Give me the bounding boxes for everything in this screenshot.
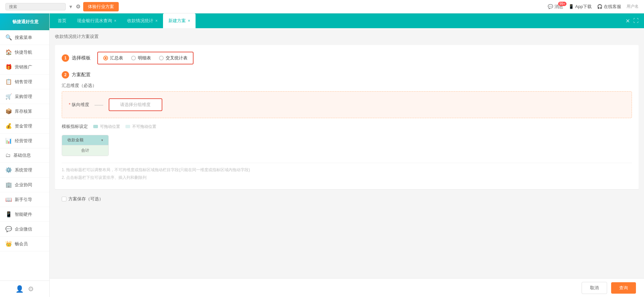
bottom-actions: 取消 查询 [50,278,644,297]
vertical-dimension-label: * 纵向维度 [69,102,89,108]
wechat-icon: 💬 [5,226,12,232]
user-info[interactable]: 用户名 [627,4,639,9]
metrics-header-label: 收款金额 [67,137,84,143]
step1-row: 1 选择模板 汇总表 明细表 交叉统计表 [62,52,632,64]
notification-badge: 99+ [558,2,567,6]
radio-cross[interactable]: 交叉统计表 [159,55,187,61]
hint-draggable-label: 可拖动位置 [100,124,120,130]
sidebar-item-member[interactable]: 👑 畅会员 [0,237,49,251]
tab-new-plan[interactable]: 新建方案 × [163,13,196,28]
dropdown-arrow-icon[interactable]: ▼ [68,4,73,9]
metrics-table-header[interactable]: 收款金额 ▾ [62,135,108,145]
sidebar-item-wechat[interactable]: 💬 企业微信 [0,222,49,237]
sidebar-label-search-menu: 搜索菜单 [15,35,32,41]
hint-nondraggable-label: 不可拖动位置 [132,124,156,130]
user-avatar-icon[interactable]: 👤 [15,285,24,293]
sidebar-item-system[interactable]: ⚙️ 系统管理 [0,163,49,178]
logo-text: 畅捷通好生意 [12,19,39,25]
metrics-title: 模板指标设定 [62,123,88,130]
sidebar-item-operations[interactable]: 📊 经营管理 [0,134,49,148]
tab-new-plan-close[interactable]: × [188,18,190,23]
sidebar-item-quick-nav[interactable]: 🏠 快捷导航 [0,45,49,60]
sidebar-label-purchase: 采购管理 [15,94,32,100]
content-area: 首页 现金银行流水查询 × 收款情况统计 × 新建方案 × ✕ ⛶ 收款情况统计… [50,13,644,297]
message-icon: 💬 [548,4,553,9]
gear-icon[interactable]: ⚙ [76,3,80,10]
tab-home[interactable]: 首页 [52,13,72,28]
save-checkbox[interactable] [62,197,66,201]
page-content: 收款情况统计方案设置 1 选择模板 汇总表 明细表 [50,28,644,278]
metrics-section: 模板指标设定 可拖动位置 不可拖动位置 [62,123,632,156]
sidebar-logo: 畅捷通好生意 [0,13,49,30]
search-input[interactable] [5,3,66,10]
sidebar-item-finance[interactable]: 💰 资金管理 [0,119,49,134]
metrics-table-row: 合计 [62,145,108,156]
sidebar-item-inventory[interactable]: 📦 库存核算 [0,104,49,119]
metrics-chevron-icon[interactable]: ▾ [101,138,103,142]
hardware-icon: 📱 [5,211,12,217]
tab-bank-flow[interactable]: 现金银行流水查询 × [72,13,122,28]
message-item[interactable]: 💬 消息 99+ [548,4,563,10]
sidebar-item-enterprise[interactable]: 🏢 企业协同 [0,178,49,192]
sidebar-item-guide[interactable]: 📖 新手引导 [0,192,49,207]
enterprise-icon: 🏢 [5,182,12,188]
service-icon: 🎧 [597,4,602,9]
tab-bank-flow-close[interactable]: × [114,18,116,23]
save-checkbox-label[interactable]: 方案保存（可选） [62,196,103,202]
hint-nondraggable-item: 不可拖动位置 [125,124,156,130]
sidebar-item-search-menu[interactable]: 🔍 搜索菜单 [0,30,49,45]
step1-num: 1 [62,54,69,62]
sidebar: 畅捷通好生意 🔍 搜索菜单 🏠 快捷导航 🎁 营销推广 📋 销售管理 🛒 采购管… [0,13,50,297]
industry-button[interactable]: 体验行业方案 [83,2,119,11]
tab-close-all-icon[interactable]: ✕ [626,18,630,24]
tab-bar: 首页 现金银行流水查询 × 收款情况统计 × 新建方案 × ✕ ⛶ [50,13,644,28]
tab-collection-stat-close[interactable]: × [155,18,158,23]
metrics-table: 收款金额 ▾ 合计 [62,135,109,156]
dimension-select[interactable]: 请选择分组维度 [109,98,162,111]
radio-detail[interactable]: 明细表 [131,55,151,61]
radio-cross-label: 交叉统计表 [166,55,187,61]
radio-detail-circle [131,56,136,60]
sidebar-item-marketing[interactable]: 🎁 营销推广 [0,60,49,75]
summary-dimension-title: 汇总维度（必选） [62,83,632,89]
hint-draggable-item: 可拖动位置 [93,124,120,130]
step2-row: 2 方案配置 [62,71,632,79]
sidebar-label-member: 畅会员 [15,241,28,247]
radio-summary-label: 汇总表 [110,55,123,61]
app-download-item[interactable]: 📱 App下载 [569,4,592,10]
hint-draggable-box [93,125,98,128]
tab-collection-stat[interactable]: 收款情况统计 × [122,13,163,28]
sidebar-label-wechat: 企业微信 [15,226,32,232]
app-download-label: App下载 [575,4,592,10]
radio-cross-circle [159,56,164,60]
online-service-label: 在线客服 [604,4,621,10]
query-button[interactable]: 查询 [611,282,636,294]
member-icon: 👑 [5,241,12,247]
tab-new-plan-label: 新建方案 [168,18,186,24]
sidebar-label-guide: 新手引导 [15,197,32,203]
inventory-icon: 📦 [5,108,12,114]
sidebar-item-sales[interactable]: 📋 销售管理 [0,75,49,89]
operations-icon: 📊 [5,138,12,144]
top-bar: ▼ ⚙ 体验行业方案 💬 消息 99+ 📱 App下载 🎧 在线客服 用户名 [0,0,644,13]
step1-label: 选择模板 [72,55,91,61]
section-card: 1 选择模板 汇总表 明细表 交叉统计表 [55,45,639,189]
tab-expand-icon[interactable]: ⛶ [633,18,639,24]
sidebar-label-basic-info: 基础信息 [13,152,31,158]
sidebar-label-inventory: 库存核算 [15,108,32,114]
sidebar-item-purchase[interactable]: 🛒 采购管理 [0,89,49,104]
sidebar-item-hardware[interactable]: 📱 智能硬件 [0,207,49,222]
online-service-item[interactable]: 🎧 在线客服 [597,4,621,10]
tab-home-label: 首页 [58,18,66,24]
tab-collection-stat-label: 收款情况统计 [127,18,153,24]
cancel-button[interactable]: 取消 [582,282,607,294]
purchase-icon: 🛒 [5,93,12,100]
step2-num: 2 [62,71,69,79]
tip1: 1. 拖动标题栏可以调整布局，不可跨维度或指标区域拖动栏目字段(只能在同一维度或… [62,167,632,173]
radio-summary[interactable]: 汇总表 [103,55,123,61]
page-title: 收款情况统计方案设置 [55,34,639,40]
settings-bottom-icon[interactable]: ⚙ [28,285,34,293]
sidebar-item-basic-info[interactable]: 🗂 基础信息 [0,148,49,163]
sidebar-label-quick-nav: 快捷导航 [15,49,32,55]
basic-info-icon: 🗂 [5,152,11,158]
